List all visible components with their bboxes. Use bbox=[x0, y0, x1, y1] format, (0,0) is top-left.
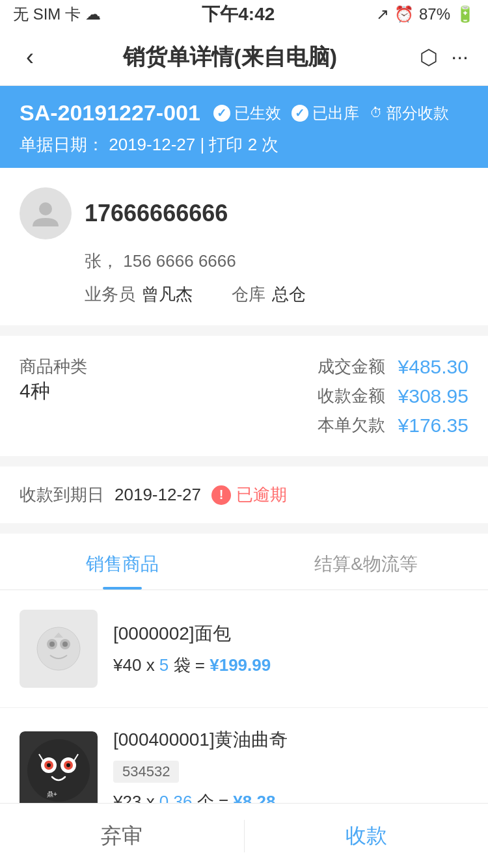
product-info-2: [000400001]黄油曲奇 534532 ¥23 x 0.36 个 = ¥8… bbox=[113, 727, 468, 813]
overdue-icon: ! bbox=[211, 485, 231, 505]
product-types-label: 商品种类 bbox=[20, 355, 87, 378]
nav-bar: ‹ 销货单详情(来自电脑) ⬡ ··· bbox=[0, 29, 488, 86]
debt-line: 本单欠款 ¥176.35 bbox=[318, 414, 468, 437]
sales-label: 业务员 bbox=[85, 283, 135, 306]
tabs: 销售商品 结算&物流等 bbox=[0, 534, 488, 590]
order-id: SA-20191227-001 bbox=[20, 100, 200, 126]
product-info-1: [0000002]面包 ¥40 x 5 袋 = ¥199.99 bbox=[113, 621, 468, 677]
back-button[interactable]: ‹ bbox=[20, 37, 40, 77]
qty-1: 5 bbox=[159, 655, 169, 675]
avatar-icon bbox=[29, 197, 62, 230]
placeholder-icon-1 bbox=[36, 626, 81, 671]
status-bar-left: 无 SIM 卡 ☁ bbox=[13, 4, 101, 25]
product-name-1: [0000002]面包 bbox=[113, 621, 468, 646]
unit-1: 袋 bbox=[174, 655, 191, 675]
warehouse-label: 仓库 bbox=[232, 283, 265, 306]
svg-point-4 bbox=[49, 642, 55, 647]
order-date: 2019-12-27 bbox=[109, 135, 195, 154]
clock-icon: ⏱ bbox=[370, 105, 383, 120]
product-name-2: [000400001]黄油曲奇 bbox=[113, 727, 468, 752]
amount-label: 成交金额 bbox=[318, 355, 385, 378]
sim-status: 无 SIM 卡 ☁ bbox=[13, 4, 101, 25]
received-line: 收款金额 ¥308.95 bbox=[318, 385, 468, 407]
product-item: [0000002]面包 ¥40 x 5 袋 = ¥199.99 bbox=[0, 590, 488, 708]
owl-icon: 鼎+ bbox=[26, 738, 91, 803]
banner-row1: SA-20191227-001 已生效 已出库 ⏱ 部分收款 bbox=[20, 100, 468, 126]
battery-icon: 🔋 bbox=[455, 5, 475, 23]
tab-settlement[interactable]: 结算&物流等 bbox=[244, 534, 488, 590]
summary-right: 成交金额 ¥485.30 收款金额 ¥308.95 本单欠款 ¥176.35 bbox=[318, 355, 468, 437]
status-bar-time: 下午4:42 bbox=[202, 2, 275, 27]
alarm-icon: ⏰ bbox=[394, 5, 414, 23]
product-placeholder-1 bbox=[20, 610, 98, 688]
check-icon-2 bbox=[291, 105, 308, 122]
svg-point-5 bbox=[62, 642, 68, 647]
nav-actions: ⬡ ··· bbox=[420, 45, 468, 70]
badge-partial: ⏱ 部分收款 bbox=[370, 103, 449, 124]
unit-price-1: ¥40 bbox=[113, 655, 141, 675]
due-date-value: 2019-12-27 bbox=[115, 485, 201, 505]
amount-value: ¥485.30 bbox=[398, 356, 468, 378]
svg-point-6 bbox=[27, 739, 90, 802]
page-title: 销货单详情(来自电脑) bbox=[123, 42, 337, 72]
received-label: 收款金额 bbox=[318, 385, 385, 407]
product-price-1: ¥40 x 5 袋 = ¥199.99 bbox=[113, 654, 468, 677]
badge-effective: 已生效 bbox=[213, 103, 281, 124]
location-icon: ↗ bbox=[376, 5, 389, 23]
customer-meta: 业务员 曾凡杰 仓库 总仓 bbox=[20, 283, 468, 306]
amount-line: 成交金额 ¥485.30 bbox=[318, 355, 468, 378]
summary-section: 商品种类 4种 成交金额 ¥485.30 收款金额 ¥308.95 本单欠款 ¥… bbox=[0, 336, 488, 456]
sales-name: 曾凡杰 bbox=[142, 283, 193, 306]
share-icon[interactable]: ⬡ bbox=[420, 45, 438, 70]
header-banner: SA-20191227-001 已生效 已出库 ⏱ 部分收款 单据日期： 201… bbox=[0, 86, 488, 168]
status-bar: 无 SIM 卡 ☁ 下午4:42 ↗ ⏰ 87% 🔋 bbox=[0, 0, 488, 29]
customer-contact: 张， 156 6666 6666 bbox=[20, 250, 468, 273]
warehouse-item: 仓库 总仓 bbox=[232, 283, 306, 306]
customer-name: 张， bbox=[85, 251, 118, 271]
received-value: ¥308.95 bbox=[398, 385, 468, 407]
product-thumb-2: 鼎+ bbox=[20, 731, 98, 809]
tab-sales-products[interactable]: 销售商品 bbox=[0, 534, 244, 590]
overdue-badge: ! 已逾期 bbox=[211, 483, 287, 506]
total-1: ¥199.99 bbox=[210, 655, 271, 675]
customer-phone: 17666666666 bbox=[85, 200, 228, 227]
status-bar-right: ↗ ⏰ 87% 🔋 bbox=[376, 5, 475, 23]
customer-header: 17666666666 bbox=[20, 187, 468, 239]
customer-section: 17666666666 张， 156 6666 6666 业务员 曾凡杰 仓库 … bbox=[0, 168, 488, 325]
badge-shipped: 已出库 bbox=[291, 103, 359, 124]
debt-label: 本单欠款 bbox=[318, 414, 385, 437]
debt-value: ¥176.35 bbox=[398, 414, 468, 437]
more-icon[interactable]: ··· bbox=[451, 45, 468, 69]
overdue-text: 已逾期 bbox=[236, 483, 287, 506]
bottom-bar: 弃审 收款 bbox=[0, 803, 488, 868]
print-info: | 打印 2 次 bbox=[200, 135, 278, 154]
badge-effective-label: 已生效 bbox=[234, 103, 281, 124]
due-date-label: 收款到期日 bbox=[20, 483, 104, 506]
sales-item: 业务员 曾凡杰 bbox=[85, 283, 193, 306]
check-icon-1 bbox=[213, 105, 230, 122]
customer-avatar bbox=[20, 187, 72, 239]
badge-shipped-label: 已出库 bbox=[312, 103, 359, 124]
svg-point-12 bbox=[66, 763, 70, 767]
date-label: 单据日期： bbox=[20, 135, 104, 154]
svg-point-11 bbox=[47, 763, 51, 767]
cancel-button[interactable]: 弃审 bbox=[0, 804, 244, 868]
products-section: [0000002]面包 ¥40 x 5 袋 = ¥199.99 bbox=[0, 590, 488, 834]
product-logo-2: 鼎+ bbox=[20, 731, 98, 809]
due-section: 收款到期日 2019-12-27 ! 已逾期 bbox=[0, 467, 488, 523]
banner-badges: 已生效 已出库 ⏱ 部分收款 bbox=[213, 103, 449, 124]
customer-contact-phone: 156 6666 6666 bbox=[123, 251, 236, 271]
warehouse-name: 总仓 bbox=[272, 283, 306, 306]
product-thumb-1 bbox=[20, 610, 98, 688]
product-types-value: 4种 bbox=[20, 378, 87, 405]
banner-date-row: 单据日期： 2019-12-27 | 打印 2 次 bbox=[20, 133, 468, 156]
battery-status: 87% bbox=[419, 5, 450, 23]
svg-point-0 bbox=[39, 202, 52, 215]
badge-partial-label: 部分收款 bbox=[386, 103, 449, 124]
product-sku-2: 534532 bbox=[113, 761, 179, 783]
confirm-button[interactable]: 收款 bbox=[245, 804, 489, 868]
svg-text:鼎+: 鼎+ bbox=[47, 791, 57, 798]
summary-row: 商品种类 4种 成交金额 ¥485.30 收款金额 ¥308.95 本单欠款 ¥… bbox=[20, 355, 468, 437]
summary-left: 商品种类 4种 bbox=[20, 355, 87, 405]
